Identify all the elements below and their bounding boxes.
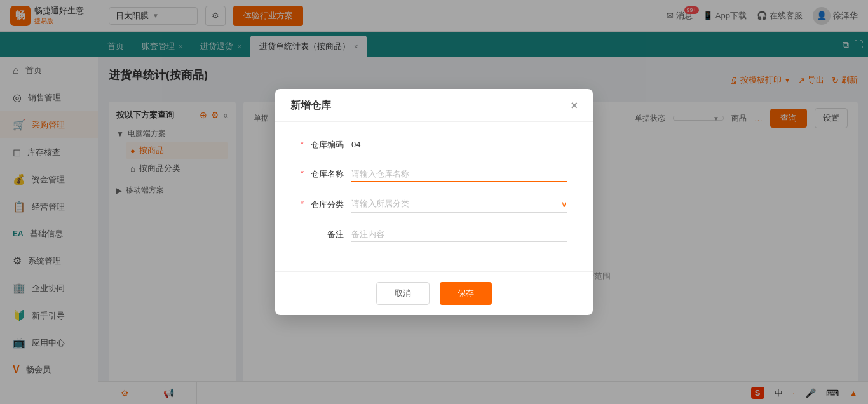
name-label: 仓库名称 bbox=[301, 168, 351, 180]
modal-close-icon[interactable]: × bbox=[571, 99, 578, 112]
form-row-name: 仓库名称 bbox=[301, 166, 567, 182]
category-label: 仓库分类 bbox=[301, 199, 351, 210]
note-input[interactable] bbox=[351, 227, 567, 242]
modal-header: 新增仓库 × bbox=[275, 89, 593, 122]
new-warehouse-modal: 新增仓库 × 仓库编码 仓库名称 仓库分类 请输入所属分类 ∨ bbox=[275, 89, 593, 315]
modal-footer: 取消 保存 bbox=[275, 271, 593, 315]
modal-overlay: 新增仓库 × 仓库编码 仓库名称 仓库分类 请输入所属分类 ∨ bbox=[0, 0, 868, 404]
form-row-code: 仓库编码 bbox=[301, 137, 567, 152]
modal-title: 新增仓库 bbox=[290, 99, 331, 112]
save-button[interactable]: 保存 bbox=[440, 282, 492, 305]
note-label: 备注 bbox=[301, 229, 351, 240]
cancel-button[interactable]: 取消 bbox=[376, 282, 430, 305]
code-label: 仓库编码 bbox=[301, 139, 351, 151]
category-select[interactable]: 请输入所属分类 ∨ bbox=[351, 196, 567, 213]
modal-body: 仓库编码 仓库名称 仓库分类 请输入所属分类 ∨ 备注 bbox=[275, 122, 593, 271]
form-row-note: 备注 bbox=[301, 227, 567, 242]
category-placeholder: 请输入所属分类 bbox=[351, 198, 409, 210]
code-input[interactable] bbox=[351, 137, 567, 152]
form-row-category: 仓库分类 请输入所属分类 ∨ bbox=[301, 196, 567, 213]
name-input[interactable] bbox=[351, 166, 567, 182]
category-chevron-icon: ∨ bbox=[561, 199, 567, 209]
